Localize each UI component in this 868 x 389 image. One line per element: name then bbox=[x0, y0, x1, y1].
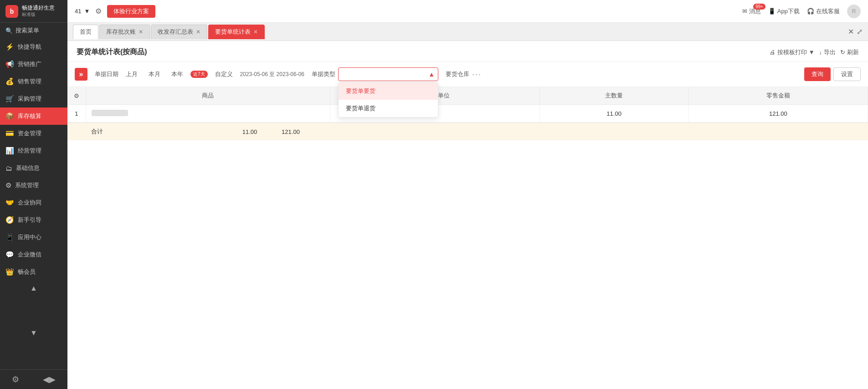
type-filter-dropdown: 要货单要货 要货单退货 bbox=[338, 82, 438, 118]
sidebar-item-member[interactable]: 👑 畅会员 bbox=[0, 263, 67, 281]
footer-label: 合计 bbox=[91, 128, 103, 135]
sidebar-label-inventory: 库存核算 bbox=[18, 112, 41, 120]
col-product: 商品 bbox=[86, 87, 330, 105]
message-icon: ✉ bbox=[742, 8, 747, 15]
footer-amount: 121.00 bbox=[282, 128, 300, 135]
sidebar-label-member: 畅会员 bbox=[18, 268, 36, 276]
sidebar-item-quicknav[interactable]: ⚡ 快捷导航 bbox=[0, 38, 67, 56]
sidebar-scroll-up[interactable]: ▲ bbox=[28, 282, 39, 294]
industry-btn[interactable]: 体验行业方案 bbox=[107, 5, 155, 18]
sidebar-item-wechat[interactable]: 💬 企业微信 bbox=[0, 246, 67, 263]
settings-btn[interactable]: 设置 bbox=[833, 67, 861, 81]
message-btn[interactable]: ✉ 消息 99+ bbox=[742, 7, 761, 15]
tab-inventory-batch[interactable]: 库存批次账 ✕ bbox=[99, 25, 150, 39]
type-filter-chevron-icon[interactable]: ▲ bbox=[428, 71, 435, 78]
date-filter-label: 单据日期 bbox=[95, 70, 118, 78]
filter-type-section: 单据类型 ▲ 要货单要货 要货单退货 bbox=[312, 67, 438, 81]
user-avatar[interactable]: R bbox=[847, 5, 861, 18]
tab-order-stats[interactable]: 要货单统计表 ✕ bbox=[208, 25, 265, 39]
tab-order-stats-close-icon[interactable]: ✕ bbox=[253, 29, 258, 35]
page-header-actions: 🖨 按模板打印 ▼ ↓ 导出 ↻ 刷新 bbox=[770, 48, 859, 56]
main-content: 41 ▼ ⚙ 体验行业方案 ✉ 消息 99+ 📱 App下载 🎧 在线客服 R bbox=[67, 0, 868, 389]
sidebar-icon-sales: 💰 bbox=[5, 77, 14, 86]
cell-seq-0: 1 bbox=[67, 105, 86, 123]
sidebar-label-system: 系统管理 bbox=[15, 181, 39, 189]
sidebar-icon-quicknav: ⚡ bbox=[5, 43, 14, 51]
type-filter-input[interactable] bbox=[338, 67, 438, 81]
refresh-btn[interactable]: ↻ 刷新 bbox=[840, 48, 859, 56]
table-footer: 合计 11.00 121.00 bbox=[67, 123, 868, 140]
topbar-right: ✉ 消息 99+ 📱 App下载 🎧 在线客服 R bbox=[742, 5, 861, 18]
sidebar-label-operations: 经营管理 bbox=[18, 147, 41, 155]
date-range-display: 2023-05-06 至 2023-06-06 bbox=[240, 71, 304, 78]
sidebar-label-sales: 销售管理 bbox=[18, 77, 41, 86]
sidebar-item-finance[interactable]: 💳 资金管理 bbox=[0, 125, 67, 142]
type-filter-label: 单据类型 bbox=[312, 70, 335, 78]
brand-name: 畅捷通好生意 bbox=[22, 5, 55, 12]
print-template-btn[interactable]: 🖨 按模板打印 ▼ bbox=[770, 48, 815, 56]
sidebar-item-sales[interactable]: 💰 销售管理 bbox=[0, 73, 67, 90]
table-settings-icon[interactable]: ⚙ bbox=[74, 92, 79, 99]
refresh-label: 刷新 bbox=[847, 48, 859, 56]
date-this-month-btn[interactable]: 本月 bbox=[145, 69, 164, 80]
export-btn[interactable]: ↓ 导出 bbox=[819, 48, 836, 56]
app-download-label: App下载 bbox=[777, 7, 800, 15]
col-settings: ⚙ bbox=[67, 87, 86, 105]
sidebar-item-system[interactable]: ⚙ 系统管理 bbox=[0, 177, 67, 194]
filter-date-section: 单据日期 上月 本月 本年 近7天 自定义 2023-05-06 至 2023-… bbox=[95, 69, 304, 80]
sidebar-item-basic[interactable]: 🗂 基础信息 bbox=[0, 159, 67, 177]
sidebar-icon-marketing: 📢 bbox=[5, 60, 14, 68]
date-custom-btn[interactable]: 自定义 bbox=[211, 69, 236, 80]
sidebar-item-guide[interactable]: 🧭 新手引导 bbox=[0, 211, 67, 229]
sidebar-label-purchase: 采购管理 bbox=[18, 95, 41, 103]
brand-sub: 标准版 bbox=[22, 11, 55, 18]
tabbar-expand-btn[interactable]: ⤢ bbox=[857, 27, 863, 36]
sidebar-icon-guide: 🧭 bbox=[5, 216, 14, 224]
page-content: 要货单统计表(按商品) 🖨 按模板打印 ▼ ↓ 导出 ↻ 刷新 » bbox=[67, 41, 868, 389]
sidebar-item-appcenter[interactable]: 📱 应用中心 bbox=[0, 229, 67, 246]
date-last-month-btn[interactable]: 上月 bbox=[122, 69, 141, 80]
query-btn[interactable]: 查询 bbox=[804, 67, 831, 81]
sidebar-scroll-down[interactable]: ▼ bbox=[28, 327, 39, 339]
tab-inventory-batch-close-icon[interactable]: ✕ bbox=[139, 29, 143, 35]
refresh-icon: ↻ bbox=[840, 49, 845, 56]
tabbar-close-btn[interactable]: ✕ bbox=[848, 27, 854, 36]
sidebar-item-purchase[interactable]: 🛒 采购管理 bbox=[0, 90, 67, 107]
dropdown-item-yh-return[interactable]: 要货单退货 bbox=[339, 100, 438, 117]
sidebar-search[interactable]: 🔍 搜索菜单 bbox=[0, 23, 67, 38]
tab-home-label: 首页 bbox=[80, 28, 92, 36]
sidebar-icon-wechat: 💬 bbox=[5, 251, 14, 259]
sidebar-label-appcenter: 应用中心 bbox=[18, 233, 41, 241]
print-icon: 🖨 bbox=[770, 49, 776, 56]
sidebar-label-marketing: 营销推广 bbox=[18, 60, 41, 68]
date-this-year-btn[interactable]: 本年 bbox=[168, 69, 187, 80]
sidebar-item-operations[interactable]: 📊 经营管理 bbox=[0, 142, 67, 159]
sidebar-item-marketing[interactable]: 📢 营销推广 bbox=[0, 56, 67, 73]
print-chevron-icon: ▼ bbox=[809, 49, 815, 56]
collapse-icon[interactable]: ◀▶ bbox=[43, 374, 56, 384]
date-recent-badge[interactable]: 近7天 bbox=[190, 71, 208, 78]
sidebar-item-enterprise[interactable]: 🤝 企业协同 bbox=[0, 194, 67, 211]
table-row: 1 块 11.00 121.00 bbox=[67, 105, 868, 123]
sidebar-item-inventory[interactable]: 📦 库存核算 bbox=[0, 107, 67, 125]
message-badge: 99+ bbox=[753, 4, 765, 10]
dropdown-item-yh-order[interactable]: 要货单要货 bbox=[339, 82, 438, 100]
app-download-icon: 📱 bbox=[768, 8, 776, 15]
filter-actions: 查询 设置 bbox=[804, 67, 861, 81]
tab-home[interactable]: 首页 bbox=[73, 25, 98, 39]
export-label: 导出 bbox=[824, 48, 836, 56]
filter-toggle-btn[interactable]: » bbox=[75, 68, 87, 81]
online-service-btn[interactable]: 🎧 在线客服 bbox=[807, 7, 840, 15]
filter-bar: » 单据日期 上月 本月 本年 近7天 自定义 2023-05-06 至 202… bbox=[67, 62, 868, 87]
settings-icon[interactable]: ⚙ bbox=[12, 374, 19, 384]
topbar-settings-icon[interactable]: ⚙ bbox=[95, 7, 102, 15]
tab-receivable-close-icon[interactable]: ✕ bbox=[196, 29, 200, 35]
store-chevron-icon: ▼ bbox=[84, 8, 90, 15]
sidebar-icon-member: 👑 bbox=[5, 268, 14, 276]
store-selector[interactable]: 41 ▼ bbox=[75, 8, 90, 15]
search-icon: 🔍 bbox=[5, 27, 13, 34]
avatar-placeholder: R bbox=[852, 8, 856, 15]
app-download-btn[interactable]: 📱 App下载 bbox=[768, 7, 800, 15]
warehouse-dots-icon[interactable]: ··· bbox=[472, 70, 482, 79]
tab-receivable-summary[interactable]: 收发存汇总表 ✕ bbox=[151, 25, 207, 39]
